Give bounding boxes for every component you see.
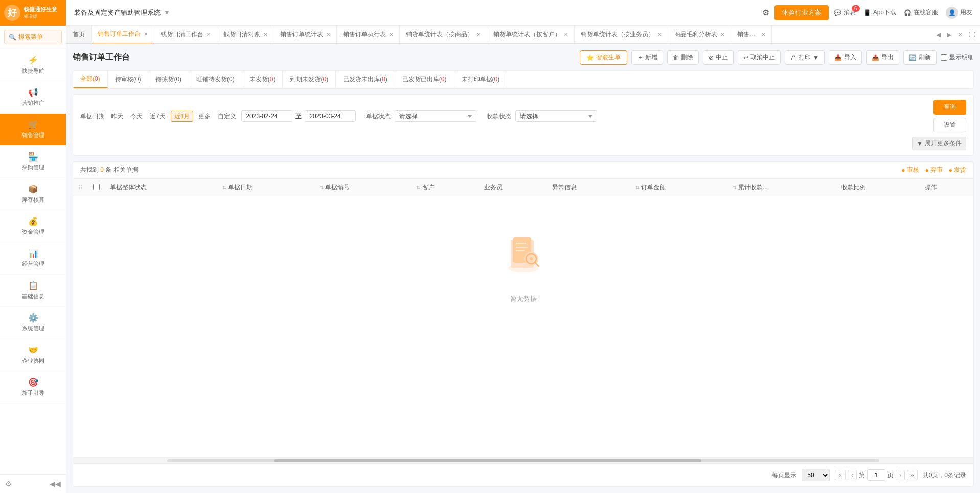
collapse-icon[interactable]: ◀◀: [50, 480, 61, 488]
tab-close-sales-workbench[interactable]: ✕: [144, 31, 148, 37]
date-from-input[interactable]: [241, 110, 292, 122]
stop-button[interactable]: ⊘ 中止: [703, 50, 734, 65]
payment-select[interactable]: 请选择: [515, 110, 597, 122]
tab-summary-staff[interactable]: 销货单统计表（按业务员） ✕: [575, 26, 668, 44]
page-number-input[interactable]: [867, 469, 885, 481]
phone-icon: 📱: [863, 9, 871, 16]
tab-cash-reconcile[interactable]: 钱货日清对账 ✕: [217, 26, 274, 44]
delete-button[interactable]: 🗑 删除: [667, 50, 699, 65]
filter-tab-shipped-out[interactable]: 已发货已出库(0): [395, 71, 454, 88]
sidebar-item-base[interactable]: 📋 基础信息: [0, 275, 66, 307]
filter-tab-not-printed[interactable]: 未打印单据(0): [454, 71, 508, 88]
import-button[interactable]: 📥 导入: [829, 50, 862, 65]
date-shortcut-7days[interactable]: 近7天: [148, 111, 168, 122]
sidebar-item-sales[interactable]: 🛒 销售管理: [0, 114, 66, 146]
cancel-review-action-button[interactable]: ● 弃审: [925, 166, 943, 174]
next-page-button[interactable]: ›: [896, 470, 905, 480]
settings-bottom-icon[interactable]: ⚙: [5, 480, 12, 488]
date-shortcut-today[interactable]: 今天: [128, 111, 145, 122]
online-service-action[interactable]: 🎧 在线客服: [904, 8, 938, 17]
tab-summary-customer[interactable]: 销货单统计表（按客户） ✕: [487, 26, 575, 44]
tab-sales-workbench[interactable]: 销售订单工作台 ✕: [92, 26, 154, 44]
filter-tab-wangpu[interactable]: 旺铺待发货(0): [189, 71, 242, 88]
cancel-stop-button[interactable]: ↩ 取消中止: [738, 50, 781, 65]
select-all-checkbox[interactable]: [93, 184, 100, 190]
filter-tab-pending-review[interactable]: 待审核(0): [108, 71, 149, 88]
app-download-action[interactable]: 📱 App下载: [863, 8, 896, 17]
th-date[interactable]: ⇅ 单据日期: [217, 179, 314, 196]
module-dropdown-icon[interactable]: ▼: [164, 9, 170, 16]
solution-button[interactable]: 体验行业方案: [774, 5, 829, 20]
tab-close-summary-product[interactable]: ✕: [476, 32, 481, 37]
date-shortcut-more[interactable]: 更多: [196, 111, 213, 122]
th-customer[interactable]: ⇅ 客户: [411, 179, 478, 196]
tab-close-cash-reconcile[interactable]: ✕: [263, 32, 267, 37]
tab-sales-stats[interactable]: 销售订单统计表 ✕: [274, 26, 337, 44]
tab-close-sales-profit[interactable]: ✕: [761, 32, 765, 37]
review-action-button[interactable]: ● 审核: [901, 166, 919, 174]
th-collected[interactable]: ⇅ 累计收款...: [727, 179, 837, 196]
tab-next-icon[interactable]: ▶: [945, 30, 953, 39]
message-action[interactable]: 💬 消息 6: [834, 8, 856, 17]
query-button[interactable]: 查询: [933, 100, 966, 115]
sidebar-item-system[interactable]: ⚙️ 系统管理: [0, 307, 66, 339]
sidebar-item-marketing[interactable]: 📢 营销推广: [0, 81, 66, 114]
tab-close-sales-exec[interactable]: ✕: [389, 32, 393, 37]
th-number[interactable]: ⇅ 单据编号: [314, 179, 412, 196]
date-shortcut-1month[interactable]: 近1月: [171, 111, 194, 122]
show-detail-checkbox-label[interactable]: 显示明细: [941, 53, 974, 62]
expand-conditions-button[interactable]: ▼ 展开更多条件: [912, 137, 966, 150]
sidebar-item-purchase[interactable]: 🏪 采购管理: [0, 146, 66, 178]
tab-close-summary-customer[interactable]: ✕: [564, 32, 568, 37]
tab-sales-profit[interactable]: 销售毛利 ✕: [731, 26, 772, 44]
filter-tab-shipped-not-out[interactable]: 已发货未出库(0): [336, 71, 395, 88]
status-field: 单据状态 请选择: [366, 110, 476, 122]
tab-close-summary-staff[interactable]: ✕: [657, 32, 662, 37]
export-button[interactable]: 📤 导出: [866, 50, 899, 65]
sidebar-item-inventory[interactable]: 📦 库存核算: [0, 178, 66, 210]
sidebar-item-guide[interactable]: 🎯 新手引导: [0, 371, 66, 404]
page-size-select[interactable]: 10 20 50 100: [802, 469, 830, 481]
sidebar-item-quicknav[interactable]: ⚡ 快捷导航: [0, 49, 66, 81]
filter-tab-not-shipped[interactable]: 未发货(0): [242, 71, 283, 88]
tab-summary-product[interactable]: 销货单统计表（按商品） ✕: [400, 26, 487, 44]
tab-sales-exec[interactable]: 销售订单执行表 ✕: [337, 26, 400, 44]
first-page-button[interactable]: «: [835, 470, 846, 480]
tab-close-margin-analysis[interactable]: ✕: [720, 32, 724, 37]
refresh-button[interactable]: 🔄 刷新: [903, 50, 937, 65]
print-button[interactable]: 🖨 打印 ▼: [785, 50, 825, 65]
prev-page-button[interactable]: ‹: [848, 470, 857, 480]
smart-create-button[interactable]: ⭐ 智能生单: [580, 50, 627, 65]
th-status[interactable]: 单据整体状态: [105, 179, 217, 196]
add-button[interactable]: ＋ 新增: [631, 50, 663, 65]
filter-tab-all[interactable]: 全部(0): [73, 71, 108, 88]
date-shortcut-yesterday[interactable]: 昨天: [109, 111, 125, 122]
tab-margin-analysis[interactable]: 商品毛利分析表 ✕: [668, 26, 731, 44]
purchase-icon: 🏪: [28, 152, 38, 162]
topbar-settings-icon[interactable]: ⚙: [762, 8, 769, 17]
last-page-button[interactable]: »: [907, 470, 918, 480]
tab-fullscreen-icon[interactable]: ⛶: [967, 30, 977, 39]
sidebar-item-finance[interactable]: 💰 资金管理: [0, 210, 66, 242]
sidebar-logo: 好 畅捷通好生意 标准版: [0, 0, 66, 26]
date-to-input[interactable]: [305, 110, 356, 122]
setting-button[interactable]: 设置: [933, 118, 966, 132]
tab-close-cash-daily[interactable]: ✕: [207, 32, 211, 37]
th-amount[interactable]: ⇅ 订单金额: [630, 179, 727, 196]
search-menu-button[interactable]: 🔍 搜索菜单: [4, 30, 62, 44]
sidebar-item-cooperation[interactable]: 🤝 企业协同: [0, 339, 66, 371]
sidebar-item-operation[interactable]: 📊 经营管理: [0, 242, 66, 275]
tab-prev-icon[interactable]: ◀: [934, 30, 943, 39]
ship-action-button[interactable]: ● 发货: [949, 166, 966, 174]
filter-tab-pending-inspect[interactable]: 待拣货(0): [148, 71, 189, 88]
date-shortcut-custom[interactable]: 自定义: [216, 111, 238, 122]
tab-close-sales-stats[interactable]: ✕: [326, 32, 330, 37]
filter-tab-overdue[interactable]: 到期未发货(0): [283, 71, 336, 88]
tab-close-all-icon[interactable]: ✕: [955, 30, 965, 39]
tab-home[interactable]: 首页: [66, 26, 92, 44]
show-detail-checkbox[interactable]: [941, 54, 947, 61]
tab-cash-daily[interactable]: 钱货日清工作台 ✕: [154, 26, 217, 44]
status-select[interactable]: 请选择: [395, 110, 476, 122]
table-header: 共找到 0 条 相关单据 ● 审核 ● 弃审 ●: [73, 162, 973, 179]
user-action[interactable]: 👤 用友: [946, 7, 972, 19]
